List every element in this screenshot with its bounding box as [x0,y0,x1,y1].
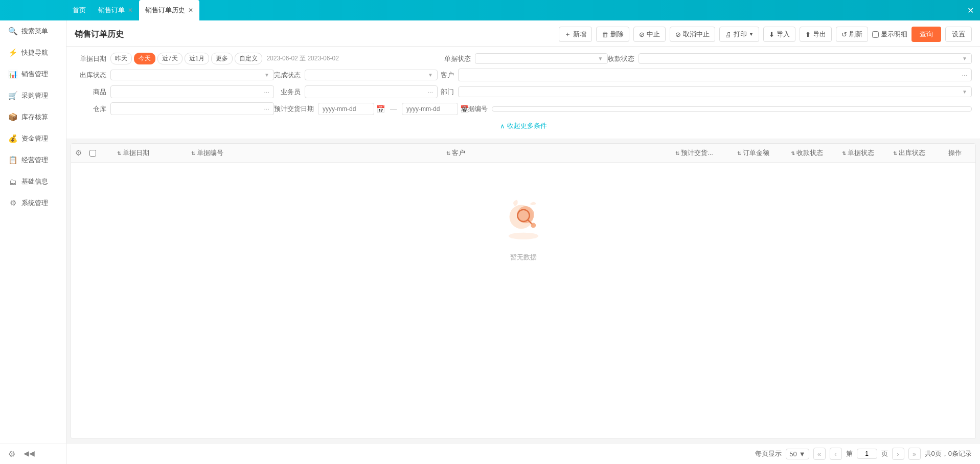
tab-sales-order[interactable]: 销售订单 ✕ [92,0,139,20]
print-arrow-icon: ▼ [749,32,754,37]
th-number-label: 单据编号 [197,148,223,158]
order-status-label: 单据状态 [444,54,475,63]
complete-status-select[interactable]: ▼ [305,70,438,80]
tab-sales-order-label: 销售订单 [98,6,125,15]
collapse-bar[interactable]: ∧ 收起更多条件 [498,119,549,132]
warehouse-dots[interactable]: ··· [264,105,269,113]
th-payment[interactable]: ⇅ 收款状态 [781,148,832,158]
date-btn-7days[interactable]: 近7天 [157,53,183,64]
delivery-date-to[interactable] [402,103,458,115]
salesperson-dots[interactable]: ··· [427,88,433,96]
th-date-icon: ⇅ [117,150,121,156]
settings-button[interactable]: 设置 [945,27,972,42]
department-label: 部门 [438,87,458,97]
prev-page-button[interactable]: ‹ [830,448,842,460]
refresh-button[interactable]: ↺ 刷新 [836,27,868,42]
import-label: 导入 [777,30,790,39]
sidebar-item-quick-nav[interactable]: ⚡ 快捷导航 [0,42,66,63]
date-buttons: 昨天 今天 近7天 近1月 更多 自定义 [110,53,262,64]
customer-label: 客户 [438,71,458,80]
cancel-stop-icon: ⊘ [675,31,681,38]
export-button[interactable]: ⬆ 导出 [800,27,832,42]
svg-point-5 [531,223,536,228]
product-select[interactable]: ··· [110,85,274,98]
empty-illustration [498,193,549,245]
complete-status-label: 完成状态 [274,71,305,80]
th-out-status-label: 出库状态 [899,148,925,158]
top-bar: 首页 销售订单 ✕ 销售订单历史 ✕ ✕ [0,0,980,20]
sidebar-collapse-icon[interactable]: ◀◀ [24,449,35,459]
tab-sales-order-history[interactable]: 销售订单历史 ✕ [139,0,199,20]
date-btn-today[interactable]: 今天 [134,53,155,64]
order-status-arrow-icon: ▼ [598,56,603,61]
payment-status-select[interactable]: ▼ [639,53,972,64]
collapse-row: ∧ 收起更多条件 [75,119,972,132]
page-number-input[interactable] [857,449,877,459]
tab-sales-order-history-close[interactable]: ✕ [188,7,193,14]
order-no-input[interactable] [492,106,972,112]
sidebar-item-operations-mgmt[interactable]: 📋 经营管理 [0,149,66,171]
display-toggle[interactable]: 显示明细 [872,30,907,39]
calendar-icon-from[interactable]: 📅 [376,105,385,113]
next-page-button[interactable]: › [892,448,904,460]
table-settings-icon[interactable]: ⚙ [71,146,85,160]
department-select[interactable]: ▼ [458,86,972,97]
date-btn-1month[interactable]: 近1月 [185,53,210,64]
filter-area: 单据日期 昨天 今天 近7天 近1月 更多 自定义 2023-06-02 至 2… [66,47,980,139]
date-range-text: 2023-06-02 至 2023-06-02 [266,54,338,63]
topbar-right: ✕ [967,6,980,15]
tab-sales-order-close[interactable]: ✕ [128,7,133,14]
warehouse-label: 仓库 [75,104,110,114]
cancel-stop-button[interactable]: ⊘ 取消中止 [670,27,715,42]
product-dots[interactable]: ··· [264,88,269,96]
th-delivery[interactable]: ⇅ 预计交货... [664,148,725,158]
page-size-select[interactable]: 50 ▼ [786,449,809,459]
th-date[interactable]: ⇅ 单据日期 [100,148,166,158]
th-delivery-label: 预计交货... [681,148,713,158]
sidebar-settings-icon[interactable]: ⚙ [8,449,15,459]
sidebar-item-sales-mgmt-label: 销售管理 [21,70,48,79]
date-btn-more[interactable]: 更多 [211,53,233,64]
sales-mgmt-icon: 📊 [8,70,17,79]
th-customer-label: 客户 [452,148,465,158]
date-btn-custom[interactable]: 自定义 [235,53,262,64]
query-button[interactable]: 查询 [911,27,941,42]
warehouse-control: ··· [110,102,274,115]
sidebar-item-inventory-calc[interactable]: 📦 库存核算 [0,106,66,128]
import-button[interactable]: ⬇ 导入 [763,27,795,42]
order-status-select[interactable]: ▼ [475,53,608,64]
th-status-label: 单据状态 [848,148,874,158]
customer-dots[interactable]: ··· [962,71,967,79]
page-title: 销售订单历史 [75,29,559,40]
th-customer[interactable]: ⇅ 客户 [248,148,664,158]
sidebar-item-search-menu[interactable]: 🔍 搜索菜单 [0,20,66,42]
th-payment-label: 收款状态 [796,148,823,158]
sidebar-item-sales-mgmt[interactable]: 📊 销售管理 [0,63,66,85]
customer-select[interactable]: ··· [458,69,972,81]
close-window-icon[interactable]: ✕ [967,6,974,15]
th-out-status[interactable]: ⇅ 出库状态 [883,148,935,158]
stop-button[interactable]: ⊘ 中止 [633,27,666,42]
delete-button[interactable]: 🗑 删除 [596,27,629,42]
last-page-button[interactable]: » [908,448,921,460]
out-status-select[interactable]: ▼ [110,70,274,80]
delivery-date-from[interactable] [318,103,374,115]
th-amount[interactable]: ⇅ 订单金额 [725,148,781,158]
sidebar-item-purchase-mgmt[interactable]: 🛒 采购管理 [0,85,66,106]
date-btn-yesterday[interactable]: 昨天 [110,53,132,64]
warehouse-select[interactable]: ··· [110,102,274,115]
stop-label: 中止 [647,30,660,39]
first-page-button[interactable]: « [813,448,826,460]
sidebar-item-basic-info[interactable]: 🗂 基础信息 [0,171,66,192]
new-button[interactable]: ＋ 新增 [559,27,592,42]
sidebar-item-system-mgmt[interactable]: ⚙ 系统管理 [0,192,66,214]
sidebar-item-finance-mgmt[interactable]: 💰 资金管理 [0,128,66,149]
salesperson-select[interactable]: ··· [305,85,438,98]
th-number[interactable]: ⇅ 单据编号 [166,148,248,158]
product-control: ··· [110,85,274,98]
th-status[interactable]: ⇅ 单据状态 [832,148,883,158]
display-toggle-checkbox[interactable] [872,31,879,38]
select-all-checkbox[interactable] [89,150,96,157]
tab-home[interactable]: 首页 [66,0,92,20]
print-button[interactable]: 🖨 打印 ▼ [719,27,759,42]
